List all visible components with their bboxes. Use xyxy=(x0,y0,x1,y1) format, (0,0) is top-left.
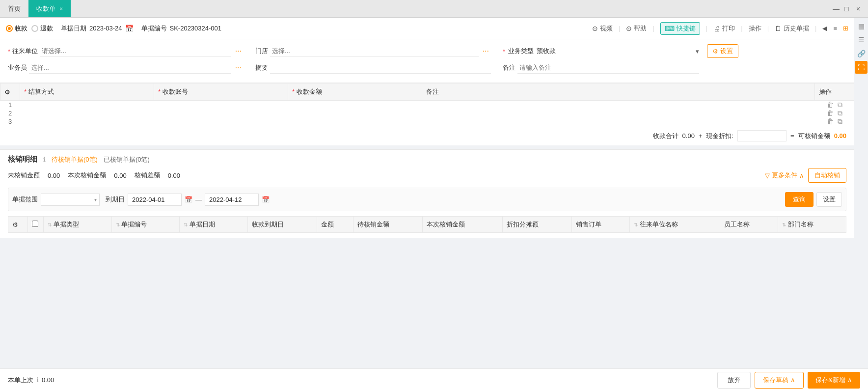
due-date-to-input[interactable] xyxy=(205,194,259,206)
remark-2[interactable] xyxy=(422,109,815,117)
settle-2[interactable] xyxy=(20,109,154,117)
discount-col: 折扣分摊额 xyxy=(502,217,571,233)
save-new-button[interactable]: 保存&新增 ∧ xyxy=(808,372,860,389)
dept-name-col: ⇅ 部门名称 xyxy=(778,217,846,233)
pending-tab[interactable]: 待核销单据(0笔) xyxy=(52,155,98,164)
discount-label: 现金折扣: xyxy=(706,132,733,140)
toolbar-right: ⊙ 视频 | ⊙ 帮助 | ⌨ 快捷键 | 🖨 打印 | 操作 | xyxy=(592,22,848,35)
remark-1[interactable] xyxy=(422,101,815,110)
help-label: 帮助 xyxy=(634,24,647,33)
sidebar-list-icon[interactable]: ☰ xyxy=(855,33,868,46)
history-icon: 🗒 xyxy=(775,25,782,32)
video-label: 视频 xyxy=(600,24,613,33)
prev-button[interactable]: ◀ xyxy=(822,25,827,32)
verify-table-header: ⚙ ⇅ 单据类型 ⇅ 单据编号 ⇅ 单据日期 收款到期日 xyxy=(8,217,846,233)
business-type-star: * xyxy=(503,48,505,55)
row-num-1: 1 xyxy=(0,101,20,110)
gear-icon: ⚙ xyxy=(712,48,718,55)
calendar-from-icon[interactable]: 📅 xyxy=(185,196,192,203)
config-col[interactable]: ⚙ xyxy=(8,217,28,233)
calendar-to-icon[interactable]: 📅 xyxy=(262,196,270,203)
minimize-button[interactable]: — xyxy=(833,5,841,13)
toolbar: 收款 退款 单据日期 2023-03-24 📅 单据编号 SK-20230324… xyxy=(0,18,854,39)
bill-range-label: 单据范围 xyxy=(12,195,38,204)
account-1[interactable] xyxy=(154,101,288,110)
copy-icon-2[interactable]: ⧉ xyxy=(838,109,842,117)
radio-receive-label: 收款 xyxy=(15,24,27,33)
bill-date-value: 2023-03-24 xyxy=(89,25,122,32)
sidebar-attach-icon[interactable]: 🔗 xyxy=(855,47,868,60)
partner-input[interactable] xyxy=(40,45,231,57)
print-icon: 🖨 xyxy=(713,25,720,32)
auto-verify-button[interactable]: 自动核销 xyxy=(808,168,846,183)
tab-active[interactable]: 收款单 × xyxy=(28,0,71,17)
verify-info-icon[interactable]: ℹ xyxy=(43,156,46,163)
delete-icon-1[interactable]: 🗑 xyxy=(827,101,834,109)
staff-field: 业务员 ··· xyxy=(8,62,244,74)
bill-no-label: 单据编号 xyxy=(141,24,167,33)
amount-2[interactable] xyxy=(288,109,422,117)
layout-list-button[interactable]: ≡ xyxy=(833,25,837,32)
close-button[interactable]: × xyxy=(856,5,864,13)
sidebar-screen-icon[interactable]: ⛶ xyxy=(855,61,868,74)
form-row-2: 业务员 ··· 摘要 备注 xyxy=(8,62,846,74)
print-button[interactable]: 🖨 打印 xyxy=(713,24,735,33)
settle-3[interactable] xyxy=(20,117,154,126)
summary-input[interactable] xyxy=(270,62,491,74)
tab-close-icon[interactable]: × xyxy=(59,5,63,12)
account-3[interactable] xyxy=(154,117,288,126)
staff-input[interactable] xyxy=(29,62,231,74)
copy-icon-3[interactable]: ⧉ xyxy=(838,117,842,126)
remark-3[interactable] xyxy=(422,117,815,126)
more-conditions-button[interactable]: ▽ 更多条件 ∧ xyxy=(765,171,804,180)
video-button[interactable]: ⊙ 视频 xyxy=(592,24,613,33)
query-button[interactable]: 查询 xyxy=(785,192,814,207)
help-button[interactable]: ⊙ 帮助 xyxy=(626,24,647,33)
settings-button[interactable]: ⚙ 设置 xyxy=(707,44,738,58)
table-row: 2 🗑 ⧉ xyxy=(0,109,854,117)
account-2[interactable] xyxy=(154,109,288,117)
copy-icon-1[interactable]: ⧉ xyxy=(838,101,842,109)
table-config-header[interactable]: ⚙ xyxy=(0,84,20,101)
verify-settings-button[interactable]: 设置 xyxy=(816,192,842,207)
video-icon: ⊙ xyxy=(592,25,598,32)
delete-icon-2[interactable]: 🗑 xyxy=(827,109,834,117)
select-all-checkbox[interactable] xyxy=(32,221,38,227)
checkbox-col[interactable] xyxy=(28,217,44,233)
tab-home[interactable]: 首页 xyxy=(0,0,28,17)
shortcut-button[interactable]: ⌨ 快捷键 xyxy=(660,22,700,35)
business-type-value: 预收款 xyxy=(537,47,693,56)
radio-refund[interactable]: 退款 xyxy=(31,24,53,33)
diff-value: 0.00 xyxy=(168,172,180,179)
bill-no-field: 单据编号 SK-20230324-001 xyxy=(141,24,222,33)
store-more-icon[interactable]: ··· xyxy=(481,47,491,56)
calendar-icon[interactable]: 📅 xyxy=(125,25,134,32)
remark-input[interactable] xyxy=(517,62,699,74)
help-icon: ⊙ xyxy=(626,25,632,32)
done-tab[interactable]: 已核销单据(0笔) xyxy=(104,155,150,164)
draft-button[interactable]: 保存草稿 ∧ xyxy=(755,372,804,389)
layout-grid-button[interactable]: ⊞ xyxy=(843,25,848,32)
sidebar-table-icon[interactable]: ▦ xyxy=(855,20,868,32)
business-type-dropdown-icon[interactable]: ▾ xyxy=(696,48,699,55)
store-input[interactable] xyxy=(270,45,479,57)
partner-more-icon[interactable]: ··· xyxy=(233,47,244,56)
staff-more-icon[interactable]: ··· xyxy=(233,63,244,72)
date-separator: — xyxy=(195,196,202,203)
radio-receive[interactable]: 收款 xyxy=(6,24,27,33)
right-sidebar: ▦ ☰ 🔗 ⛶ xyxy=(854,18,868,74)
history-button[interactable]: 🗒 历史单据 xyxy=(775,24,809,33)
maximize-button[interactable]: □ xyxy=(844,5,852,13)
settings-label: 设置 xyxy=(720,47,733,56)
operation-button[interactable]: 操作 xyxy=(749,24,761,33)
bill-range-select[interactable] xyxy=(41,194,100,206)
footer-info-icon[interactable]: ℹ xyxy=(36,376,39,384)
discard-button[interactable]: 放弃 xyxy=(717,372,751,389)
delete-icon-3[interactable]: 🗑 xyxy=(827,117,834,126)
amount-1[interactable] xyxy=(288,101,422,110)
amount-3[interactable] xyxy=(288,117,422,126)
settle-1[interactable] xyxy=(20,101,154,110)
due-date-from-input[interactable] xyxy=(128,194,182,206)
discount-input[interactable] xyxy=(737,130,787,141)
row-num-2: 2 xyxy=(0,109,20,117)
